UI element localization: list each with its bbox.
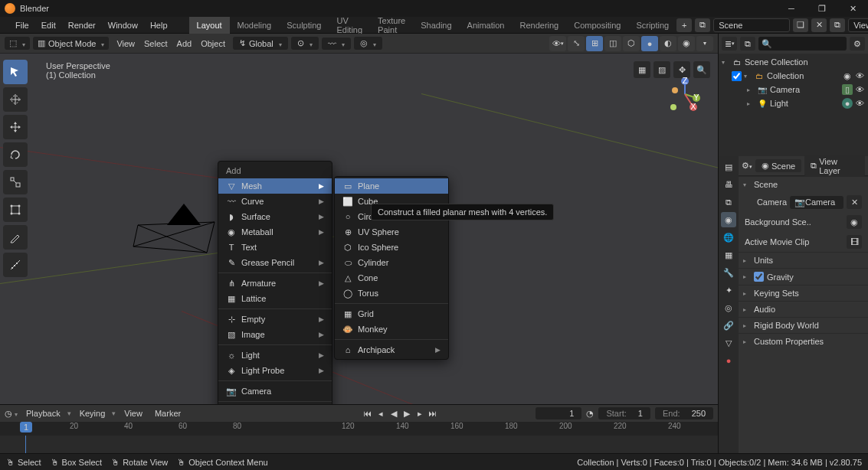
bg-scene-picker[interactable]: ◉ [847, 215, 862, 229]
view-perspective-button[interactable]: ▨ [653, 61, 670, 78]
outliner-search-input[interactable]: 🔍 [758, 37, 847, 51]
add-menu-image[interactable]: ▧Image▶ [218, 327, 332, 342]
cursor-tool[interactable] [3, 87, 28, 112]
menu-edit[interactable]: Edit [35, 17, 62, 34]
tab-rendering[interactable]: Rendering [512, 17, 566, 34]
viewport-menu-object[interactable]: Object [196, 39, 230, 48]
maximize-button[interactable]: ❐ [807, 0, 837, 17]
scale-tool[interactable] [3, 170, 28, 194]
eye-icon[interactable]: 👁 [854, 70, 865, 81]
active-clip-picker[interactable]: 🎞 [847, 235, 862, 249]
prop-editor-type[interactable]: ⚙▾ [742, 161, 752, 171]
add-menu-grease-pencil[interactable]: ✎Grease Pencil▶ [218, 255, 332, 270]
play-reverse-button[interactable]: ◀ [388, 407, 400, 419]
jump-start-button[interactable]: ⏮ [362, 407, 374, 419]
add-menu-metaball[interactable]: ◉Metaball▶ [218, 224, 332, 240]
prop-tab-constraints[interactable]: 🔗 [721, 318, 736, 333]
eye-icon[interactable]: 👁 [854, 98, 865, 109]
outliner-camera[interactable]: ▸📷 Camera ▯👁 [719, 83, 868, 96]
add-menu-light-probe[interactable]: ◈Light Probe▶ [218, 363, 332, 378]
tab-modeling[interactable]: Modeling [230, 17, 280, 34]
xray-toggle[interactable]: ◫ [604, 36, 621, 51]
add-menu-camera[interactable]: 📷Camera [218, 384, 332, 399]
add-workspace-button[interactable]: + [676, 18, 692, 32]
add-menu-curve[interactable]: 〰Curve▶ [218, 194, 332, 209]
camera-object[interactable] [123, 199, 222, 268]
playback-menu[interactable]: Playback [22, 409, 64, 418]
camera-data-icon[interactable]: ▯ [842, 84, 853, 95]
timeline-editor-type[interactable]: ◷ [5, 409, 18, 419]
close-button[interactable]: ✕ [837, 0, 868, 17]
prop-tab-material[interactable]: ● [721, 353, 736, 368]
marker-menu[interactable]: Marker [151, 409, 185, 418]
autokey-button[interactable]: ◔ [586, 409, 594, 419]
prop-tab-particles[interactable]: ✦ [721, 282, 736, 298]
add-menu-lattice[interactable]: ▦Lattice [218, 291, 332, 306]
tab-shading[interactable]: Shading [413, 17, 459, 34]
timeline-ruler[interactable]: 1 20406080120140160180200220240 [0, 422, 718, 436]
prop-viewlayer-button[interactable]: ⧉ View Layer [804, 155, 865, 177]
prop-tab-render[interactable]: ▤ [721, 159, 736, 175]
shading-solid[interactable]: ● [641, 36, 658, 51]
add-menu-light[interactable]: ☼Light▶ [218, 348, 332, 363]
scene-panel-header[interactable]: ▾Scene [739, 176, 868, 192]
end-frame-field[interactable]: End: 250 [655, 407, 713, 419]
orientation-dropdown[interactable]: ↯Global [233, 37, 288, 50]
tab-compositing[interactable]: Compositing [566, 17, 628, 34]
keying-menu[interactable]: Keying [76, 409, 110, 418]
mesh-menu-torus[interactable]: ◯Torus [335, 286, 448, 301]
prop-tab-output[interactable]: 🖶 [721, 177, 736, 192]
panel-keying-sets[interactable]: ▸Keying Sets [739, 285, 868, 301]
playhead-marker[interactable]: 1 [20, 422, 32, 432]
scene-delete-button[interactable]: ✕ [811, 18, 827, 32]
gravity-checkbox[interactable] [754, 272, 764, 282]
outliner-light[interactable]: ▸💡 Light ●👁 [719, 96, 868, 110]
prop-tab-modifiers[interactable]: 🔧 [721, 265, 736, 280]
tab-sculpting[interactable]: Sculpting [279, 17, 329, 34]
tab-uv-editing[interactable]: UV Editing [329, 17, 370, 34]
outliner-display-mode[interactable]: ⧉ [740, 37, 755, 51]
outliner-collection[interactable]: ▾🗀 Collection ◉👁 [719, 69, 868, 83]
prop-tab-scene[interactable]: ◉ [721, 212, 736, 227]
prop-scene-button[interactable]: ◉ Scene [755, 159, 801, 172]
mesh-menu-uv-sphere[interactable]: ⊕UV Sphere [335, 224, 448, 240]
visibility-dropdown[interactable]: 👁▾ [549, 36, 566, 51]
minimize-button[interactable]: ─ [776, 0, 807, 17]
mesh-menu-monkey[interactable]: 🐵Monkey [335, 321, 448, 337]
panel-gravity[interactable]: ▸Gravity [739, 268, 868, 285]
measure-tool[interactable] [3, 253, 28, 277]
viewlayer-browse-icon[interactable]: ⧉ [830, 18, 845, 32]
jump-end-button[interactable]: ⏭ [427, 407, 439, 419]
annotate-tool[interactable] [3, 225, 28, 250]
snap-toggle[interactable]: 〰 [322, 38, 351, 50]
scene-name-field[interactable]: Scene [713, 18, 790, 32]
navigation-gizmo[interactable]: Z Y X [667, 77, 703, 112]
mesh-menu-ico-sphere[interactable]: ⬡Ico Sphere [335, 240, 448, 255]
timeline-view-menu[interactable]: View [120, 409, 146, 418]
mesh-menu-grid[interactable]: ▦Grid [335, 306, 448, 321]
viewport-menu-select[interactable]: Select [139, 39, 172, 48]
mesh-menu-cylinder[interactable]: ⬭Cylinder [335, 255, 448, 270]
pivot-dropdown[interactable]: ⊙ [291, 37, 319, 50]
viewlayer-name-field[interactable]: View Layer [848, 18, 868, 32]
add-menu-text[interactable]: TText [218, 240, 332, 255]
view-camera-button[interactable]: ▦ [634, 61, 650, 78]
menu-file[interactable]: File [9, 17, 35, 34]
outliner-filter-button[interactable]: ⚙ [850, 37, 865, 51]
scene-new-button[interactable]: ❏ [793, 18, 808, 32]
tab-scripting[interactable]: Scripting [628, 17, 676, 34]
shading-wireframe[interactable]: ⬡ [623, 36, 640, 51]
mode-dropdown[interactable]: ▥Object Mode [33, 37, 109, 50]
add-menu-mesh[interactable]: ▽Mesh▶ [218, 178, 332, 194]
mesh-menu-cone[interactable]: △Cone [335, 270, 448, 286]
shading-options-dropdown[interactable]: ▾ [696, 36, 713, 51]
panel-custom-properties[interactable]: ▸Custom Properties [739, 333, 868, 349]
gizmo-toggle[interactable]: ⤡ [568, 36, 585, 51]
keyframe-next-button[interactable]: ▸ [414, 407, 426, 419]
tab-texture-paint[interactable]: Texture Paint [370, 17, 413, 34]
select-box-tool[interactable] [3, 60, 28, 84]
shading-lookdev[interactable]: ◐ [660, 36, 676, 51]
outliner-scene-collection[interactable]: ▾🗀 Scene Collection [719, 55, 868, 69]
collection-enable-checkbox[interactable] [732, 71, 742, 81]
zoom-view-button[interactable]: 🔍 [693, 61, 710, 78]
